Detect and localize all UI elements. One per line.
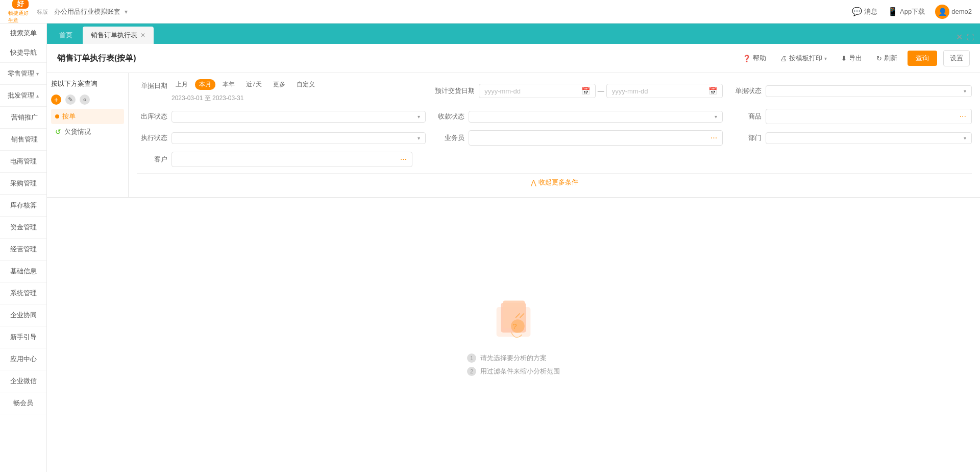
calendar-end-icon: 📅 xyxy=(708,87,717,95)
exec-status-label: 执行状态 xyxy=(137,133,167,143)
tip-1-text: 请先选择要分析的方案 xyxy=(480,353,547,363)
calendar-start-icon: 📅 xyxy=(581,87,590,95)
ship-status-dropdown-icon: ▾ xyxy=(418,114,420,120)
sidebar-item-purchase[interactable]: 采购管理 xyxy=(0,173,46,195)
date-tags: 上月 本月 本年 近7天 更多 自定义 xyxy=(172,79,319,90)
sidebar-item-basic[interactable]: 基础信息 xyxy=(0,261,46,282)
collapse-label: 收起更多条件 xyxy=(538,178,578,187)
date-tag-7days[interactable]: 近7天 xyxy=(242,79,266,90)
help-label: 帮助 xyxy=(753,54,766,63)
download-icon: 📱 xyxy=(888,7,898,16)
date-tag-custom[interactable]: 自定义 xyxy=(292,79,319,90)
exec-status-select[interactable]: ▾ xyxy=(172,132,426,144)
logo-icon: 好 xyxy=(12,0,29,9)
refresh-button[interactable]: ↻ 刷新 xyxy=(872,52,901,65)
filter-collapse-button[interactable]: « xyxy=(80,95,90,105)
order-status-field: 单据状态 ▾ xyxy=(731,85,972,97)
sub-title: 标版 xyxy=(37,8,48,16)
sidebar-shortcut[interactable]: 快捷导航 xyxy=(0,43,46,62)
date-field-top: 单据日期 上月 本月 本年 近7天 更多 自定义 xyxy=(137,79,426,92)
sidebar-search[interactable]: 搜索菜单 xyxy=(0,23,46,43)
ship-status-label: 出库状态 xyxy=(137,112,167,121)
tab-close-icon[interactable]: ✕ xyxy=(140,32,145,39)
department-select[interactable]: ▾ xyxy=(766,132,972,144)
expected-date-end[interactable]: yyyy-mm-dd 📅 xyxy=(606,84,723,98)
sidebar-item-inventory[interactable]: 库存核算 xyxy=(0,195,46,217)
date-tag-thisyear[interactable]: 本年 xyxy=(218,79,239,90)
tab-home[interactable]: 首页 xyxy=(51,27,81,44)
sidebar-item-appcenter[interactable]: 应用中心 xyxy=(0,348,46,370)
sidebar-item-marketing[interactable]: 营销推广 xyxy=(0,107,46,129)
window-controls: ✕ ⛶ xyxy=(956,32,980,44)
customer-label: 客户 xyxy=(137,155,167,164)
filter-edit-button[interactable]: ✎ xyxy=(65,95,76,105)
ship-status-select[interactable]: ▾ xyxy=(172,111,426,123)
filter-add-button[interactable]: + xyxy=(51,95,61,105)
filter-row-2: 出库状态 ▾ 收款状态 ▾ 商品 xyxy=(137,109,972,124)
header-actions: ❓ 帮助 🖨 按模板打印 ▾ ⬇ 导出 ↻ 刷新 查询 xyxy=(739,50,970,66)
sidebar-item-ecommerce[interactable]: 电商管理 xyxy=(0,151,46,173)
sidebar-item-system[interactable]: 系统管理 xyxy=(0,282,46,304)
sidebar-item-wholesale[interactable]: 批发管理 ▴ xyxy=(0,85,46,107)
export-button[interactable]: ⬇ 导出 xyxy=(837,52,866,65)
date-tag-lastmonth[interactable]: 上月 xyxy=(172,79,192,90)
data-area: ? 1 请先选择要分析的方案 2 用过滤条件来缩小分析范围 xyxy=(47,198,980,472)
user-name: demo2 xyxy=(951,8,972,15)
tip-2-text: 用过滤条件来缩小分析范围 xyxy=(480,367,560,376)
product-label: 商品 xyxy=(731,112,762,121)
sidebar-item-operations[interactable]: 经营管理 xyxy=(0,239,46,261)
message-button[interactable]: 💬 消息 xyxy=(852,7,877,16)
user-avatar-button[interactable]: 👤 demo2 xyxy=(935,5,972,19)
date-label: 单据日期 xyxy=(137,81,167,90)
sidebar-item-enterprise[interactable]: 企业协同 xyxy=(0,304,46,326)
payment-status-select[interactable]: ▾ xyxy=(469,111,723,123)
right-content: 首页 销售订单执行表 ✕ ✕ ⛶ 销售订单执行表(按单) ❓ 帮助 🖨 xyxy=(47,23,980,472)
page-title: 销售订单执行表(按单) xyxy=(57,53,136,64)
sidebar-item-finance[interactable]: 资金管理 xyxy=(0,217,46,239)
order-status-dropdown-icon: ▾ xyxy=(964,88,966,94)
sidebar-item-wechat[interactable]: 企业微信 xyxy=(0,370,46,392)
help-button[interactable]: ❓ 帮助 xyxy=(739,52,770,65)
app-download-button[interactable]: 📱 App下载 xyxy=(888,7,925,16)
filter-option-by-order[interactable]: 按单 xyxy=(51,109,124,124)
empty-tips: 1 请先选择要分析的方案 2 用过滤条件来缩小分析范围 xyxy=(467,353,560,376)
sidebar-item-newbie[interactable]: 新手引导 xyxy=(0,326,46,348)
salesperson-field: 业务员 ··· xyxy=(434,130,723,146)
expected-date-group: yyyy-mm-dd 📅 — yyyy-mm-dd 📅 xyxy=(479,84,723,98)
query-button[interactable]: 查询 xyxy=(908,51,937,66)
department-label: 部门 xyxy=(731,133,762,143)
topbar-left: 好 畅捷通好生意 标版 办公用品行业模拟账套 ▾ xyxy=(8,2,128,22)
app-name: 办公用品行业模拟账套 xyxy=(54,7,120,16)
expected-date-start[interactable]: yyyy-mm-dd 📅 xyxy=(479,84,596,98)
topbar: 好 畅捷通好生意 标版 办公用品行业模拟账套 ▾ 💬 消息 📱 App下载 👤 … xyxy=(0,0,980,23)
expected-date-start-placeholder: yyyy-mm-dd xyxy=(484,87,521,95)
product-select[interactable]: ··· xyxy=(766,109,972,124)
svg-text:?: ? xyxy=(512,322,517,331)
filter-option-owe-label: 欠货情况 xyxy=(64,127,91,136)
filter-option-owe[interactable]: ↺ 欠货情况 xyxy=(51,124,124,139)
filter-sidebar-actions: + ✎ « xyxy=(51,95,124,105)
sidebar-item-member[interactable]: 畅会员 xyxy=(0,392,46,414)
payment-status-dropdown-icon: ▾ xyxy=(715,114,717,120)
collapse-more-button[interactable]: ⋀ 收起更多条件 xyxy=(137,173,972,191)
settings-button[interactable]: 设置 xyxy=(943,50,970,66)
sidebar: 搜索菜单 快捷导航 零售管理 ▾ 批发管理 ▴ 营销推广 销售管理 电商管理 采… xyxy=(0,23,47,472)
topbar-right: 💬 消息 📱 App下载 👤 demo2 xyxy=(852,5,972,19)
print-dropdown-icon: ▾ xyxy=(824,56,827,61)
order-status-select[interactable]: ▾ xyxy=(766,85,972,97)
tab-sales-order[interactable]: 销售订单执行表 ✕ xyxy=(83,27,154,44)
department-dropdown-icon: ▾ xyxy=(964,135,966,141)
date-tag-more[interactable]: 更多 xyxy=(269,79,289,90)
salesperson-label: 业务员 xyxy=(434,133,464,143)
sidebar-item-sales[interactable]: 销售管理 xyxy=(0,129,46,151)
tab-home-label: 首页 xyxy=(59,31,72,40)
window-maximize-icon[interactable]: ⛶ xyxy=(967,33,974,41)
window-close-icon[interactable]: ✕ xyxy=(956,32,963,42)
payment-status-field: 收款状态 ▾ xyxy=(434,111,723,123)
sidebar-item-retail[interactable]: 零售管理 ▾ xyxy=(0,63,46,85)
date-tag-thismonth[interactable]: 本月 xyxy=(195,79,215,90)
print-template-button[interactable]: 🖨 按模板打印 ▾ xyxy=(776,52,831,65)
app-name-dropdown-icon[interactable]: ▾ xyxy=(125,8,128,15)
customer-select[interactable]: ··· xyxy=(172,152,412,167)
salesperson-select[interactable]: ··· xyxy=(469,130,723,146)
